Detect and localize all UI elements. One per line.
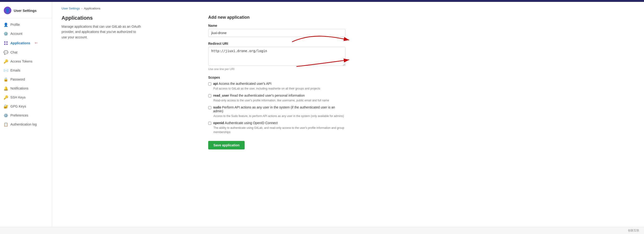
- sidebar-item-authentication-log[interactable]: 📋 Authentication log: [0, 120, 52, 129]
- scope-subdesc-openid: The ability to authenticate using GitLab…: [208, 126, 346, 134]
- breadcrumb-current: Applications: [84, 7, 100, 10]
- user-avatar-icon: 👤: [4, 7, 11, 14]
- sidebar-title: User Settings: [14, 9, 37, 13]
- right-panel: Add new application Name Redirect URI Us…: [208, 15, 346, 149]
- preferences-icon: ⚙️: [4, 113, 8, 117]
- scope-checkbox-sudo[interactable]: [208, 106, 211, 109]
- scope-checkbox-read_user[interactable]: [208, 94, 211, 97]
- page-description: Manage applications that can use GitLab …: [62, 24, 142, 40]
- scope-item-read_user: read_user Read the authenticated user's …: [208, 94, 346, 103]
- svg-rect-0: [4, 42, 6, 43]
- sidebar-item-account[interactable]: ⚙️ Account: [0, 29, 52, 38]
- save-application-button[interactable]: Save application: [208, 141, 245, 149]
- sidebar: 👤 User Settings 👤 Profile ⚙️ Account App…: [0, 2, 52, 227]
- profile-icon: 👤: [4, 23, 8, 27]
- scope-label-api[interactable]: api Access the authenticated user's API: [213, 82, 271, 86]
- sidebar-item-profile[interactable]: 👤 Profile: [0, 20, 52, 29]
- scope-checkbox-api[interactable]: [208, 82, 211, 86]
- access-tokens-icon: 🔑: [4, 59, 8, 64]
- name-input[interactable]: [208, 29, 346, 37]
- sidebar-item-emails[interactable]: ✉️ Emails: [0, 66, 52, 75]
- svg-rect-1: [6, 42, 8, 43]
- sidebar-item-access-tokens[interactable]: 🔑 Access Tokens: [0, 57, 52, 66]
- sidebar-item-password[interactable]: 🔒 Password: [0, 75, 52, 84]
- breadcrumb-parent[interactable]: User Settings: [62, 7, 80, 10]
- chat-icon: 💬: [4, 50, 8, 55]
- page-title: Applications: [62, 15, 199, 21]
- main-content: User Settings › Applications: [52, 2, 644, 227]
- sidebar-header: 👤 User Settings: [0, 4, 52, 18]
- redirect-uri-form-group: Redirect URI Use one line per URI: [208, 42, 346, 71]
- ssh-keys-icon: 🔑: [4, 95, 8, 99]
- notifications-icon: 🔔: [4, 86, 8, 91]
- redirect-uri-label: Redirect URI: [208, 42, 346, 46]
- bottom-brand-text: 创新互联: [628, 228, 639, 232]
- bottom-bar: 创新互联: [0, 227, 644, 234]
- redirect-uri-hint: Use one line per URI: [208, 68, 346, 71]
- svg-rect-2: [4, 44, 6, 45]
- sidebar-item-preferences[interactable]: ⚙️ Preferences: [0, 111, 52, 120]
- scope-label-read_user[interactable]: read_user Read the authenticated user's …: [213, 94, 305, 97]
- sidebar-item-chat[interactable]: 💬 Chat: [0, 48, 52, 57]
- redirect-uri-input[interactable]: [208, 47, 346, 66]
- scope-checkbox-openid[interactable]: [208, 122, 211, 125]
- sidebar-item-applications[interactable]: Applications ←: [0, 38, 52, 48]
- scope-item-sudo: sudo Perform API actions as any user in …: [208, 105, 346, 118]
- scopes-label: Scopes: [208, 76, 346, 79]
- sidebar-item-gpg-keys[interactable]: 🔐 GPG Keys: [0, 102, 52, 111]
- applications-icon: [4, 41, 8, 45]
- scope-item-api: api Access the authenticated user's API …: [208, 82, 346, 91]
- breadcrumb: User Settings › Applications: [62, 7, 634, 10]
- auth-log-icon: 📋: [4, 122, 8, 126]
- scopes-group: Scopes api Access the authenticated user…: [208, 76, 346, 134]
- left-panel: Applications Manage applications that ca…: [62, 15, 199, 149]
- sidebar-item-ssh-keys[interactable]: 🔑 SSH Keys: [0, 93, 52, 102]
- scope-subdesc-read_user: Read-only access to the user's profile i…: [208, 98, 346, 103]
- gpg-keys-icon: 🔐: [4, 104, 8, 108]
- emails-icon: ✉️: [4, 68, 8, 73]
- scopes-container: api Access the authenticated user's API …: [208, 82, 346, 134]
- password-icon: 🔒: [4, 77, 8, 82]
- name-form-group: Name: [208, 24, 346, 37]
- top-bar: [0, 0, 644, 2]
- scope-subdesc-api: Full access to GitLab as the user, inclu…: [208, 86, 346, 91]
- account-icon: ⚙️: [4, 32, 8, 36]
- content-grid: Applications Manage applications that ca…: [62, 15, 346, 149]
- section-title: Add new application: [208, 15, 346, 20]
- scope-label-openid[interactable]: openid Authenticate using OpenID Connect: [213, 121, 278, 125]
- breadcrumb-separator: ›: [82, 7, 82, 10]
- scope-label-sudo[interactable]: sudo Perform API actions as any user in …: [213, 105, 346, 113]
- name-label: Name: [208, 24, 346, 28]
- svg-rect-3: [6, 44, 8, 45]
- scope-item-openid: openid Authenticate using OpenID Connect…: [208, 121, 346, 134]
- scope-subdesc-sudo: Access to the Sudo feature, to perform A…: [208, 114, 346, 118]
- sidebar-item-notifications[interactable]: 🔔 Notifications: [0, 84, 52, 93]
